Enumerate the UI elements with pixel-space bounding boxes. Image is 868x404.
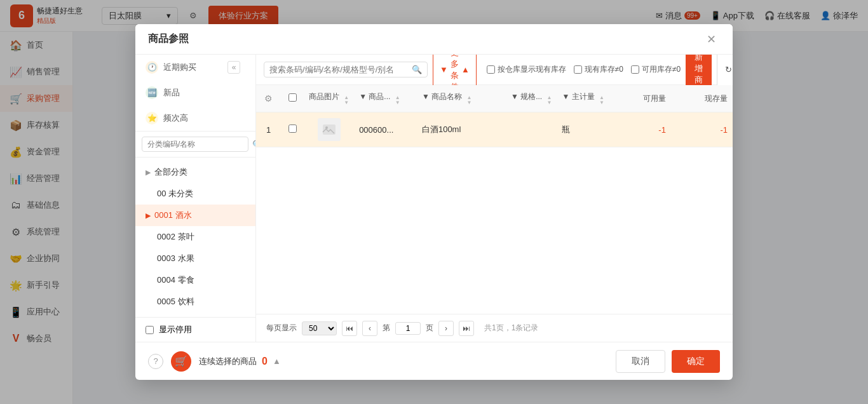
product-table: ⚙ 商品图片 ▲▼ ▼ 商品... (256, 85, 733, 147)
col-code-header[interactable]: ▼ 商品... ▲▼ (354, 85, 417, 112)
col-num-header: ⚙ (256, 85, 281, 112)
category-list: ▶ 全部分类 00 未分类 ▶ 0001 酒水 0002 茶叶 0003 水果 (135, 158, 255, 317)
pagination-info: 共1页，1条记录 (484, 323, 538, 333)
dialog-title: 商品参照 (148, 32, 702, 46)
available-nonzero-checkbox-label[interactable]: 可用库存≠0 (631, 64, 681, 75)
product-image-placeholder (318, 118, 341, 141)
product-search-icon[interactable]: 🔍 (412, 65, 422, 74)
cat-all-arrow: ▶ (146, 168, 151, 177)
new-tab-label: 新品 (163, 87, 180, 98)
per-page-select[interactable]: 50 100 200 (302, 321, 337, 335)
product-search-bar[interactable]: 🔍 (264, 62, 428, 77)
col-avail-header: 可用量 (609, 85, 671, 112)
cat-all[interactable]: ▶ 全部分类 (135, 161, 255, 183)
stock-nonzero-checkbox[interactable] (574, 65, 582, 74)
dialog-body: 🕐 近期购买 « 🆕 新品 ⭐ 频次高 🔍 (135, 55, 733, 342)
cat-uncategorized-label: 00 未分类 (157, 188, 193, 199)
cat-beverage[interactable]: 0005 饮料 (135, 291, 255, 313)
frequent-tab[interactable]: ⭐ 频次高 (135, 105, 255, 131)
cat-all-label: 全部分类 (154, 166, 187, 178)
col-stock-header: 现存量 (671, 85, 733, 112)
col-name-header[interactable]: ▼ 商品名称 ▲▼ (417, 85, 506, 112)
cat-water[interactable]: 0008 水 (135, 313, 255, 317)
selected-text: 连续选择的商品 (199, 356, 257, 367)
recent-purchase-tab[interactable]: 🕐 近期购买 « (135, 55, 255, 80)
new-product-tab[interactable]: 🆕 新品 (135, 80, 255, 105)
confirm-button[interactable]: 确定 (672, 350, 720, 373)
selected-info: 连续选择的商品 0 ▲ (199, 356, 281, 367)
category-search-input[interactable] (142, 137, 248, 152)
show-disabled-row: 显示停用 (135, 317, 255, 342)
product-search-input[interactable] (269, 65, 409, 74)
cat-snack[interactable]: 0004 零食 (135, 269, 255, 291)
row-name: 白酒100ml (417, 112, 506, 147)
page-input[interactable] (395, 322, 421, 335)
category-search-bar: 🔍 (135, 131, 255, 158)
dialog-close-button[interactable]: ✕ (702, 30, 720, 48)
per-page-label: 每页显示 (266, 323, 297, 333)
row-checkbox[interactable] (288, 125, 297, 133)
available-nonzero-label: 可用库存≠0 (642, 64, 681, 75)
dialog-footer: ? 🛒 连续选择的商品 0 ▲ 取消 确定 (135, 342, 733, 380)
cat-liquor[interactable]: ▶ 0001 酒水 (135, 205, 255, 226)
product-reference-dialog: 商品参照 ✕ 🕐 近期购买 « 🆕 新品 ⭐ (135, 24, 733, 380)
cat-fruit[interactable]: 0003 水果 (135, 248, 255, 269)
row-stock: -1 (671, 112, 733, 147)
row-spec (506, 112, 557, 147)
product-table-wrap: ⚙ 商品图片 ▲▼ ▼ 商品... (256, 85, 733, 314)
cat-liquor-arrow: ▶ (146, 212, 151, 220)
stock-nonzero-checkbox-label[interactable]: 现有库存≠0 (574, 64, 623, 75)
help-button[interactable]: ? (148, 354, 163, 369)
select-all-checkbox[interactable] (288, 93, 297, 102)
cat-tea-label: 0002 茶叶 (157, 231, 194, 243)
col-check-header[interactable] (281, 85, 304, 112)
collapse-icon[interactable]: « (227, 61, 240, 74)
row-avail: -1 (609, 112, 671, 147)
column-settings-button[interactable]: ⚙ (264, 93, 273, 104)
show-disabled-checkbox[interactable] (146, 326, 154, 334)
warehouse-display-checkbox-label[interactable]: 按仓库显示现有库存 (487, 64, 566, 75)
cat-liquor-label: 0001 酒水 (154, 210, 192, 221)
selected-count: 0 (262, 356, 268, 367)
cat-beverage-label: 0005 饮料 (157, 296, 194, 307)
show-disabled-label: 显示停用 (159, 324, 192, 335)
recent-tab-label: 近期购买 (163, 62, 196, 73)
recent-icon: 🕐 (146, 61, 158, 74)
prev-page-button[interactable]: ‹ (362, 321, 377, 336)
dialog-toolbar: 🔍 ▼ 更多条件 ▲ 按仓库显示现有库存 现 (256, 55, 733, 85)
dialog-main: 🔍 ▼ 更多条件 ▲ 按仓库显示现有库存 现 (256, 55, 733, 342)
frequent-icon: ⭐ (146, 112, 158, 125)
row-unit: 瓶 (557, 112, 609, 147)
cancel-button[interactable]: 取消 (616, 350, 665, 373)
stock-nonzero-label: 现有库存≠0 (585, 64, 623, 75)
pagination: 每页显示 50 100 200 ⏮ ‹ 第 页 › ⏭ 共1页，1条记录 (256, 314, 733, 342)
cat-uncategorized[interactable]: 00 未分类 (135, 183, 255, 205)
dialog-overlay: 商品参照 ✕ 🕐 近期购买 « 🆕 新品 ⭐ (0, 0, 868, 404)
cart-icon[interactable]: 🛒 (171, 351, 191, 372)
col-spec-header[interactable]: ▼ 规格... ▲▼ (506, 85, 557, 112)
frequent-tab-label: 频次高 (163, 112, 188, 124)
warehouse-display-label: 按仓库显示现有库存 (498, 64, 566, 75)
row-code: 000600... (354, 112, 417, 147)
row-img (304, 112, 354, 147)
toolbar-checkboxes: 按仓库显示现有库存 现有库存≠0 可用库存≠0 (487, 64, 681, 75)
available-nonzero-checkbox[interactable] (631, 65, 639, 74)
cat-fruit-label: 0003 水果 (157, 253, 194, 264)
cat-tea[interactable]: 0002 茶叶 (135, 226, 255, 248)
table-row[interactable]: 1 000600... 白酒100ml (256, 112, 733, 147)
last-page-button[interactable]: ⏭ (459, 321, 474, 336)
cat-snack-label: 0004 零食 (157, 274, 194, 286)
warehouse-display-checkbox[interactable] (487, 65, 495, 74)
dialog-header: 商品参照 ✕ (135, 24, 733, 55)
row-num: 1 (256, 112, 281, 147)
col-img-header: 商品图片 ▲▼ (304, 85, 354, 112)
refresh-icon: ↻ (725, 65, 732, 74)
collapse-button[interactable]: ▲ (273, 356, 281, 366)
dialog-sidebar-tabs: 🕐 近期购买 « 🆕 新品 ⭐ 频次高 (135, 55, 255, 131)
new-icon: 🆕 (146, 86, 158, 99)
first-page-button[interactable]: ⏮ (342, 321, 357, 336)
col-unit-header[interactable]: ▼ 主计量 ▲▼ (557, 85, 609, 112)
next-page-button[interactable]: › (438, 321, 454, 336)
filter-arrow-icon: ▲ (461, 65, 470, 74)
row-checkbox-cell[interactable] (281, 112, 304, 147)
